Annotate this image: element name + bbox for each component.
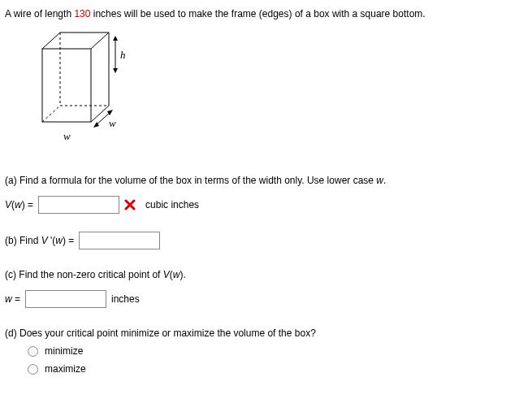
intro-text-pre: A wire of length bbox=[5, 8, 74, 20]
derivative-input[interactable] bbox=[79, 232, 160, 249]
wire-length-value: 130 bbox=[74, 8, 90, 20]
critical-units: inches bbox=[111, 292, 140, 306]
problem-intro: A wire of length 130 inches will be used… bbox=[5, 7, 527, 21]
part-b: (b) Find V '(w) = bbox=[5, 232, 527, 249]
part-a-prompt: (a) Find a formula for the volume of the… bbox=[5, 173, 527, 188]
svg-rect-4 bbox=[42, 49, 91, 122]
minimize-label: minimize bbox=[45, 344, 83, 358]
box-svg: h w w bbox=[34, 29, 148, 151]
incorrect-x-icon bbox=[124, 199, 136, 210]
label-h: h bbox=[120, 49, 126, 61]
label-w-bottom: w bbox=[63, 130, 71, 142]
part-c: (c) Find the non-zero critical point of … bbox=[5, 267, 527, 308]
critical-lhs: w = bbox=[5, 292, 20, 306]
part-d: (d) Does your critical point minimize or… bbox=[5, 326, 527, 376]
part-b-prompt: (b) Find V '(w) = bbox=[5, 233, 74, 248]
volume-formula-input[interactable] bbox=[38, 196, 119, 214]
svg-line-8 bbox=[42, 106, 60, 122]
svg-line-6 bbox=[91, 33, 109, 49]
maximize-radio[interactable] bbox=[28, 364, 38, 375]
box-diagram: h w w bbox=[34, 29, 527, 155]
svg-marker-10 bbox=[113, 36, 118, 41]
svg-marker-11 bbox=[113, 68, 118, 73]
label-w-side: w bbox=[109, 117, 116, 129]
volume-units: cubic inches bbox=[145, 197, 199, 212]
minimize-radio[interactable] bbox=[28, 346, 38, 357]
part-a: (a) Find a formula for the volume of the… bbox=[5, 173, 527, 214]
svg-line-5 bbox=[42, 33, 60, 49]
svg-line-7 bbox=[91, 106, 109, 122]
intro-text-post: inches will be used to make the frame (e… bbox=[90, 8, 425, 20]
critical-point-input[interactable] bbox=[25, 290, 106, 308]
maximize-label: maximize bbox=[45, 362, 86, 376]
part-d-prompt: (d) Does your critical point minimize or… bbox=[5, 326, 527, 340]
volume-lhs: V(w) = bbox=[5, 197, 33, 212]
part-c-prompt: (c) Find the non-zero critical point of … bbox=[5, 267, 527, 282]
